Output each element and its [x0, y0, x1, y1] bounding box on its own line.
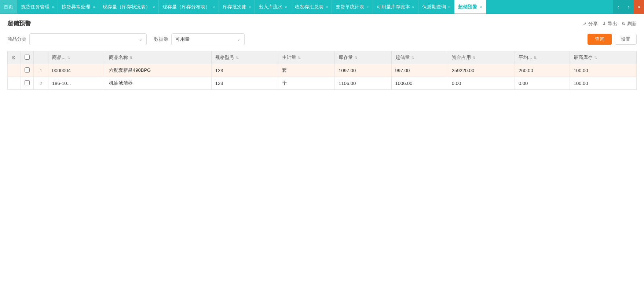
- row-spec: 123: [211, 64, 278, 77]
- query-button[interactable]: 查询: [588, 34, 612, 45]
- share-icon: ➚: [583, 21, 587, 26]
- row-index: 2: [34, 77, 48, 90]
- category-chevron-down-icon: ⌄: [139, 37, 143, 42]
- row-overstock: 997.00: [391, 64, 448, 77]
- close-order-stats-icon[interactable]: ×: [366, 5, 369, 9]
- close-available-icon[interactable]: ×: [412, 5, 414, 9]
- nav-available[interactable]: 可用量库存账本 ×: [373, 0, 418, 14]
- settings-button[interactable]: 设置: [615, 34, 637, 45]
- table-body: 1 0000004 六配套新昌490BPG 123 套 1097.00 997.…: [8, 64, 637, 90]
- export-icon: ⇓: [602, 21, 606, 26]
- row-checkbox-cell: [21, 77, 34, 90]
- close-batch-icon[interactable]: ×: [249, 5, 251, 9]
- row-code: 0000004: [48, 64, 105, 77]
- nav-close-all[interactable]: ×: [634, 0, 644, 14]
- col-index-header: [34, 51, 48, 64]
- nav-order-stats[interactable]: 要货单统计表 ×: [332, 0, 373, 14]
- page-title: 超储预警: [7, 20, 31, 27]
- close-collection-icon[interactable]: ×: [326, 5, 328, 9]
- row-index: 1: [34, 64, 48, 77]
- nav-abnormal[interactable]: 拣货异常处理 ×: [58, 0, 99, 14]
- col-overstock-header[interactable]: 超储量 ⇅: [391, 51, 448, 64]
- close-overstock-icon[interactable]: ×: [479, 5, 482, 9]
- nav-batch[interactable]: 库存批次账 ×: [219, 0, 255, 14]
- select-all-checkbox[interactable]: [25, 55, 30, 60]
- row-capital: 259220.00: [448, 64, 515, 77]
- data-table: ⚙ 商品... ⇅ 商品名称 ⇅: [7, 51, 637, 90]
- row-capital: 0.00: [448, 77, 515, 90]
- row-avg: 260.00: [515, 64, 570, 77]
- row-stock: 1106.00: [335, 77, 391, 90]
- datasource-filter-group: 数据源 可用量 ⌄: [154, 33, 245, 45]
- refresh-button[interactable]: ↻ 刷新: [622, 21, 637, 27]
- table-row: 2 186-10... 机油滤清器 123 个 1106.00 1006.00 …: [8, 77, 637, 90]
- share-button[interactable]: ➚ 分享: [583, 21, 598, 27]
- filter-row: 商品分类 ⌄ 数据源 可用量 ⌄ 查询 设置: [7, 33, 637, 45]
- col-stock-header[interactable]: 库存量 ⇅: [335, 51, 391, 64]
- table-header: ⚙ 商品... ⇅ 商品名称 ⇅: [8, 51, 637, 64]
- col-name-header[interactable]: 商品名称 ⇅: [105, 51, 212, 64]
- category-select[interactable]: ⌄: [29, 33, 147, 45]
- col-avg-header[interactable]: 平均... ⇅: [515, 51, 570, 64]
- table-row: 1 0000004 六配套新昌490BPG 123 套 1097.00 997.…: [8, 64, 637, 77]
- row-checkbox-cell: [21, 64, 34, 77]
- datasource-label: 数据源: [154, 36, 168, 42]
- export-button[interactable]: ⇓ 导出: [602, 21, 617, 27]
- nav-left-arrow[interactable]: ‹: [613, 0, 623, 14]
- row-max: 100.00: [570, 77, 636, 90]
- header-actions: ➚ 分享 ⇓ 导出 ↻ 刷新: [583, 21, 637, 27]
- close-inout-icon[interactable]: ×: [285, 5, 287, 9]
- row-gear-cell: [8, 64, 21, 77]
- sort-capital-icon: ⇅: [472, 56, 475, 60]
- col-checkbox-header: [21, 51, 34, 64]
- row-avg: 0.00: [515, 77, 570, 90]
- close-task-icon[interactable]: ×: [52, 5, 54, 9]
- page-header: 超储预警 ➚ 分享 ⇓ 导出 ↻ 刷新: [7, 20, 637, 27]
- col-capital-header[interactable]: 资金占用 ⇅: [448, 51, 515, 64]
- close-inv-status-icon[interactable]: ×: [153, 5, 155, 9]
- row-unit: 套: [278, 64, 334, 77]
- nav-task[interactable]: 拣货任务管理 ×: [17, 0, 58, 14]
- row-name: 机油滤清器: [105, 77, 212, 90]
- sort-avg-icon: ⇅: [534, 56, 537, 60]
- nav-inventory-status[interactable]: 现存量（库存状况表） ×: [99, 0, 159, 14]
- row-max: 100.00: [570, 64, 636, 77]
- sort-overstock-icon: ⇅: [411, 56, 414, 60]
- col-gear-header: ⚙: [8, 51, 21, 64]
- sort-unit-icon: ⇅: [298, 56, 301, 60]
- datasource-select[interactable]: 可用量 ⌄: [171, 33, 245, 45]
- col-unit-header[interactable]: 主计量 ⇅: [278, 51, 334, 64]
- row-checkbox-0[interactable]: [25, 67, 30, 73]
- row-code: 186-10...: [48, 77, 105, 90]
- row-unit: 个: [278, 77, 334, 90]
- table-gear-icon[interactable]: ⚙: [11, 55, 16, 60]
- category-label: 商品分类: [7, 36, 26, 42]
- col-code-header[interactable]: 商品... ⇅: [48, 51, 105, 64]
- main-content: 超储预警 ➚ 分享 ⇓ 导出 ↻ 刷新 商品分类 ⌄ 数据源: [0, 14, 644, 293]
- sort-spec-icon: ⇅: [236, 56, 239, 60]
- close-abnormal-icon[interactable]: ×: [92, 5, 95, 9]
- nav-inventory-dist[interactable]: 现存量（库存分布表） ×: [159, 0, 219, 14]
- col-spec-header[interactable]: 规格型号 ⇅: [211, 51, 278, 64]
- nav-inout[interactable]: 出入库流水 ×: [255, 0, 291, 14]
- nav-collection[interactable]: 收发存汇总表 ×: [291, 0, 332, 14]
- filter-action-group: 查询 设置: [588, 34, 637, 45]
- sort-stock-icon: ⇅: [354, 56, 357, 60]
- nav-home[interactable]: 首页: [0, 0, 17, 14]
- row-overstock: 1006.00: [391, 77, 448, 90]
- sort-code-icon: ⇅: [67, 56, 70, 60]
- datasource-select-value: 可用量: [175, 36, 190, 42]
- sort-max-icon: ⇅: [594, 56, 597, 60]
- sort-name-icon: ⇅: [129, 56, 132, 60]
- close-inv-dist-icon[interactable]: ×: [212, 5, 215, 9]
- col-max-header[interactable]: 最高库存 ⇅: [570, 51, 636, 64]
- category-filter-group: 商品分类 ⌄: [7, 33, 147, 45]
- row-checkbox-1[interactable]: [25, 80, 30, 85]
- nav-right-arrow[interactable]: ›: [623, 0, 634, 14]
- nav-arrows: ‹ › ×: [613, 0, 644, 14]
- nav-expiry[interactable]: 保质期查询 ×: [418, 0, 454, 14]
- row-name: 六配套新昌490BPG: [105, 64, 212, 77]
- close-expiry-icon[interactable]: ×: [448, 5, 450, 9]
- refresh-icon: ↻: [622, 21, 626, 26]
- nav-overstock[interactable]: 超储预警 ×: [454, 0, 486, 14]
